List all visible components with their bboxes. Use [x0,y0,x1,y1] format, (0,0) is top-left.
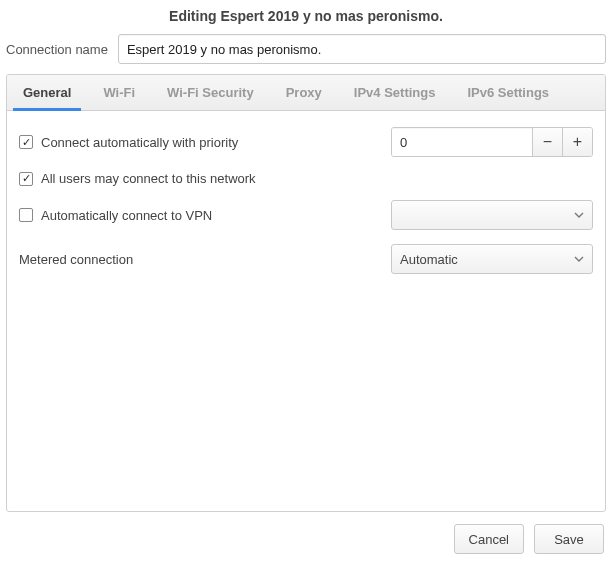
priority-text: 0 [400,135,407,150]
chevron-down-icon [574,254,584,264]
tab-proxy-label: Proxy [286,85,322,100]
priority-stepper[interactable]: 0 − + [391,127,593,157]
tab-proxy[interactable]: Proxy [270,75,338,110]
footer: Cancel Save [0,512,612,562]
tab-ipv4-label: IPv4 Settings [354,85,436,100]
auto-connect-checkbox[interactable] [19,135,33,149]
connection-name-input[interactable]: Espert 2019 y no mas peronismo. [118,34,606,64]
connection-name-row: Connection name Espert 2019 y no mas per… [0,30,612,74]
save-button-label: Save [554,532,584,547]
metered-label: Metered connection [19,252,133,267]
priority-increment[interactable]: + [562,128,592,156]
cancel-button-label: Cancel [469,532,509,547]
minus-icon: − [543,133,552,151]
metered-dropdown[interactable]: Automatic [391,244,593,274]
row-auto-connect: Connect automatically with priority 0 − … [19,127,593,157]
tab-wifi[interactable]: Wi-Fi [87,75,151,110]
connection-name-label: Connection name [6,42,108,57]
cancel-button[interactable]: Cancel [454,524,524,554]
auto-vpn-checkbox[interactable] [19,208,33,222]
metered-selected: Automatic [400,252,458,267]
tab-content: General Wi-Fi Wi-Fi Security Proxy IPv4 … [6,74,606,512]
tab-wifi-label: Wi-Fi [103,85,135,100]
tab-ipv6[interactable]: IPv6 Settings [451,75,565,110]
save-button[interactable]: Save [534,524,604,554]
tab-wifi-security[interactable]: Wi-Fi Security [151,75,270,110]
row-auto-vpn: Automatically connect to VPN [19,200,593,230]
row-all-users: All users may connect to this network [19,171,593,186]
all-users-label: All users may connect to this network [41,171,256,186]
auto-vpn-label: Automatically connect to VPN [41,208,212,223]
plus-icon: + [573,133,582,151]
tab-wifi-security-label: Wi-Fi Security [167,85,254,100]
all-users-checkbox[interactable] [19,172,33,186]
connection-name-value: Espert 2019 y no mas peronismo. [127,42,321,57]
chevron-down-icon [574,210,584,220]
tab-ipv4[interactable]: IPv4 Settings [338,75,452,110]
tab-general-label: General [23,85,71,100]
priority-value[interactable]: 0 [392,128,532,156]
tabbar: General Wi-Fi Wi-Fi Security Proxy IPv4 … [7,75,605,111]
priority-decrement[interactable]: − [532,128,562,156]
tab-ipv6-label: IPv6 Settings [467,85,549,100]
panel-general: Connect automatically with priority 0 − … [7,111,605,290]
window-title: Editing Espert 2019 y no mas peronismo. [0,0,612,30]
row-metered: Metered connection Automatic [19,244,593,274]
tab-general[interactable]: General [7,75,87,110]
auto-vpn-dropdown[interactable] [391,200,593,230]
auto-connect-label: Connect automatically with priority [41,135,238,150]
